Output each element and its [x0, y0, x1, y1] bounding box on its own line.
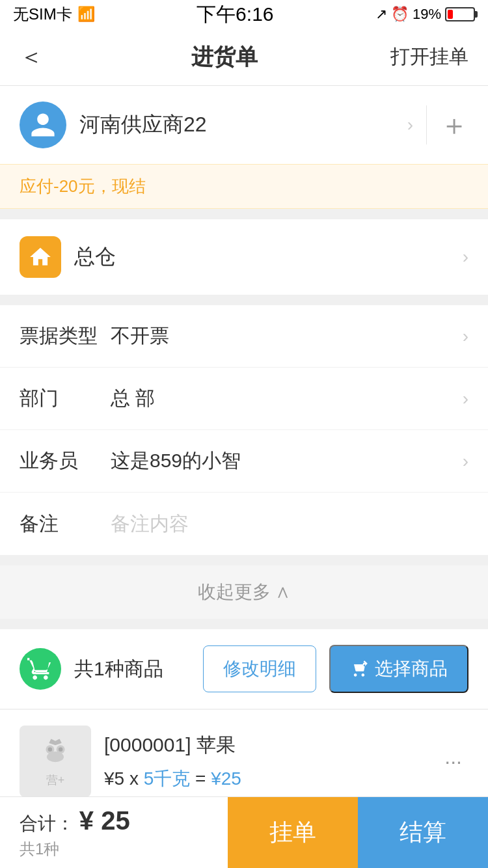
supplier-chevron-icon: ›: [407, 115, 413, 135]
product-thumbnail: 营+: [20, 726, 91, 797]
svg-point-3: [48, 748, 53, 752]
bottom-bar: 合计： ¥ 25 共1种 挂单 结算: [0, 796, 488, 868]
product-title: 苹果: [197, 734, 236, 755]
remark-label: 备注: [20, 511, 111, 537]
page-title: 进货单: [191, 42, 258, 72]
select-product-button[interactable]: 选择商品: [329, 645, 468, 693]
warehouse-icon-bg: [20, 236, 61, 278]
total-price: ¥25: [211, 768, 241, 789]
total-label: 合计：: [20, 813, 74, 834]
select-product-icon: [350, 660, 368, 678]
bill-type-value: 不开票: [111, 323, 463, 349]
product-code: [0000001]: [104, 734, 197, 755]
warehouse-chevron-icon: ›: [463, 247, 468, 267]
bill-type-label: 票据类型: [20, 323, 111, 349]
product-name: [0000001] 苹果: [104, 732, 425, 759]
form-section: 票据类型 不开票 › 部门 总 部 › 业务员 这是859的小智 › 备注 备注…: [0, 305, 488, 555]
bill-type-chevron-icon: ›: [463, 326, 468, 347]
cart-icon: [27, 656, 53, 682]
salesperson-value: 这是859的小智: [111, 448, 463, 474]
warehouse-row[interactable]: 总仓 ›: [0, 219, 488, 295]
supplier-section: 河南供应商22 › ＋ 应付-20元，现结: [0, 86, 488, 209]
notice-bar: 应付-20元，现结: [0, 164, 488, 209]
product-icon-bg: [20, 648, 61, 690]
battery-percent: 19%: [413, 6, 441, 23]
owl-icon: [38, 735, 72, 768]
supplier-row[interactable]: 河南供应商22 › ＋: [0, 86, 488, 164]
divider: [426, 105, 427, 144]
department-label: 部门: [20, 385, 111, 412]
person-icon: [29, 111, 57, 139]
product-header: 共1种商品 修改明细 选择商品: [0, 629, 488, 709]
logo-text: 营+: [46, 772, 65, 788]
equals-sign: =: [190, 768, 211, 789]
hold-button[interactable]: 挂单: [228, 797, 358, 869]
add-supplier-button[interactable]: ＋: [440, 106, 468, 144]
total-area: 合计： ¥ 25 共1种: [0, 806, 228, 860]
status-time: 下午6:16: [197, 1, 273, 28]
status-right: ↗ ⏰ 19%: [375, 6, 475, 23]
status-left: 无SIM卡 📶: [13, 4, 95, 25]
alarm-icon: ⏰: [391, 6, 409, 23]
salesperson-row[interactable]: 业务员 这是859的小智 ›: [0, 430, 488, 493]
department-chevron-icon: ›: [463, 388, 468, 409]
collapse-label: 收起更多 ∧: [198, 582, 291, 602]
total-line: 合计： ¥ 25: [20, 806, 208, 836]
edit-detail-button[interactable]: 修改明细: [203, 645, 316, 692]
total-count: 共1种: [20, 839, 208, 860]
product-count-label: 共1种商品: [74, 656, 190, 683]
wifi-icon: 📶: [77, 6, 95, 23]
product-info: [0000001] 苹果 ¥5 x 5千克 = ¥25: [104, 732, 425, 791]
remark-row[interactable]: 备注 备注内容: [0, 493, 488, 555]
battery-icon: [445, 7, 475, 21]
status-bar: 无SIM卡 📶 下午6:16 ↗ ⏰ 19%: [0, 0, 488, 29]
location-icon: ↗: [375, 6, 387, 23]
product-price: ¥5 x 5千克 = ¥25: [104, 766, 425, 791]
remark-input[interactable]: 备注内容: [111, 511, 468, 537]
quantity: 5千克: [144, 768, 191, 789]
supplier-avatar: [20, 102, 66, 148]
warehouse-icon: [28, 245, 53, 269]
unit-price: ¥5 x: [104, 768, 144, 789]
open-hold-button[interactable]: 打开挂单: [390, 44, 468, 70]
checkout-button[interactable]: 结算: [358, 797, 488, 869]
back-button[interactable]: ＜: [20, 41, 59, 73]
svg-point-4: [59, 748, 63, 752]
supplier-name: 河南供应商22: [79, 111, 407, 139]
department-row[interactable]: 部门 总 部 ›: [0, 368, 488, 430]
department-value: 总 部: [111, 385, 463, 412]
select-product-label: 选择商品: [375, 657, 448, 681]
salesperson-label: 业务员: [20, 448, 111, 474]
salesperson-chevron-icon: ›: [463, 451, 468, 472]
warehouse-name: 总仓: [74, 243, 463, 271]
notice-text: 应付-20元，现结: [20, 176, 146, 196]
nav-bar: ＜ 进货单 打开挂单: [0, 29, 488, 86]
total-amount: ¥ 25: [79, 806, 130, 835]
product-more-button[interactable]: ···: [438, 743, 468, 780]
warehouse-section: 总仓 ›: [0, 219, 488, 295]
carrier-text: 无SIM卡: [13, 4, 72, 25]
collapse-bar[interactable]: 收起更多 ∧: [0, 565, 488, 619]
bill-type-row[interactable]: 票据类型 不开票 ›: [0, 305, 488, 368]
